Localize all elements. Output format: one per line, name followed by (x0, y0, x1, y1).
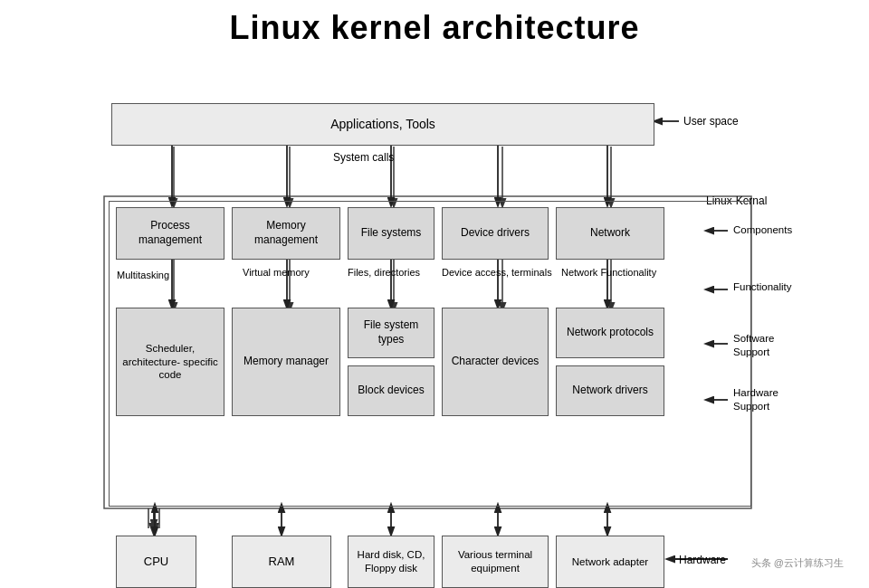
network-protocols-box: Network protocols (556, 308, 664, 358)
memory-manager-box: Memory manager (232, 308, 340, 416)
cpu-box: CPU (116, 536, 196, 588)
page: Linux kernel architecture (0, 0, 869, 588)
page-title: Linux kernel architecture (18, 9, 851, 47)
process-management-box: Process management (116, 207, 224, 260)
watermark: 头条 @云计算练习生 (751, 556, 844, 570)
device-access-label: Device access, terminals (442, 266, 552, 279)
user-space-label: User space (683, 115, 739, 128)
block-devices-box: Block devices (348, 365, 434, 416)
file-system-types-box: File system types (348, 308, 434, 358)
file-systems-box: File systems (348, 207, 434, 260)
multitasking-label: Multitasking (117, 270, 169, 280)
memory-management-box: Memory management (232, 207, 340, 260)
virtual-memory-label: Virtual memory (243, 266, 310, 279)
software-support-label: SoftwareSupport (733, 332, 774, 359)
functionality-label: Functionality (733, 281, 792, 292)
device-drivers-box: Device drivers (442, 207, 549, 260)
components-label: Components (733, 224, 792, 235)
network-drivers-box: Network drivers (556, 365, 664, 416)
various-terminal-box: Various terminal equipment (442, 536, 549, 588)
applications-box: Applications, Tools (111, 103, 654, 146)
network-box: Network (556, 207, 664, 260)
ram-box: RAM (232, 536, 331, 588)
hardware-label: Hardware (679, 554, 726, 566)
hard-disk-box: Hard disk, CD, Floppy disk (348, 536, 434, 588)
scheduler-box: Scheduler, architecture- specific code (116, 308, 224, 416)
network-functionality-label: Network Functionality (561, 266, 656, 279)
system-calls-label: System calls (333, 151, 394, 164)
diagram: Applications, Tools User space System ca… (18, 56, 851, 572)
hardware-support-label: HardwareSupport (733, 386, 778, 413)
character-devices-box: Character devices (442, 308, 549, 416)
files-directories-label: Files, directories (348, 266, 420, 279)
network-adapter-box: Network adapter (556, 536, 664, 588)
